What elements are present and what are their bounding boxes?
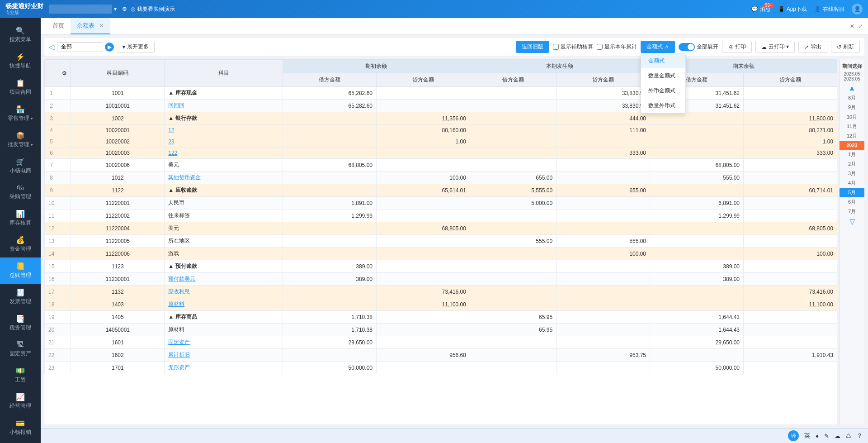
sidebar-item-assets[interactable]: 🏗 固定资产 [0, 336, 41, 362]
sidebar-item-basic[interactable]: ℹ 基础信息 [0, 441, 41, 443]
sidebar-item-salary[interactable]: 💵 工资 [0, 362, 41, 388]
bottom-help-icon[interactable]: ？ [857, 432, 863, 440]
row-name-cell: 人民币 [165, 197, 283, 210]
row-name-cell[interactable]: 固定资产 [165, 336, 283, 349]
sidebar-item-wholesale[interactable]: 📦 批发管理 ▾ [0, 127, 41, 153]
back-nav-icon[interactable]: ◁ [49, 43, 54, 51]
mode-option-amount[interactable]: 金额式 [641, 53, 685, 68]
show-sub-checkbox-label[interactable]: 显示辅助核算 [553, 43, 593, 51]
period-month-5[interactable]: 5月 [840, 188, 864, 197]
sidebar-item-tax[interactable]: 📑 税务管理 [0, 310, 41, 336]
period-month-6[interactable]: 6月 [840, 197, 864, 207]
row-open-debit-cell: 65,282.60 [283, 87, 377, 100]
sidebar-item-contract[interactable]: 📋 项目合同 [0, 74, 41, 100]
forward-nav-icon[interactable]: ▶ [105, 43, 114, 52]
row-open-debit-cell: 1,299.99 [283, 210, 377, 222]
expand-all-toggle[interactable] [679, 43, 695, 51]
period-month-1[interactable]: 1月 [840, 150, 864, 159]
bottom-lang-button[interactable]: 英 [804, 432, 810, 440]
app-download-button[interactable]: 📱 App下载 [778, 5, 807, 13]
row-cur-debit-cell [470, 148, 556, 159]
row-end-credit-cell: 1.00 [744, 136, 837, 148]
settings-header[interactable]: ⚙ [58, 60, 71, 87]
table-row: 11 11220002 往来标签 1,299.99 1,299.99 [45, 210, 837, 222]
row-end-credit-cell: 333.00 [744, 148, 837, 159]
row-name-cell[interactable]: 累计折旧 [165, 349, 283, 362]
row-num-cell: 20 [45, 324, 58, 336]
inner-content: ◁ ▶ ▾ 展开更多 退回旧版 显示辅助核算 [41, 34, 868, 428]
sidebar-item-ecommerce[interactable]: 🛒 小畅电商 [0, 153, 41, 179]
period-month-2[interactable]: 2月 [840, 159, 864, 169]
period-nav-down[interactable]: ▽ [849, 216, 856, 227]
period-month-8[interactable]: 8月 [840, 93, 864, 103]
row-cur-debit-cell [470, 112, 556, 125]
show-sub-checkbox[interactable] [553, 44, 559, 50]
chevron-down-icon[interactable]: ▾ [114, 6, 117, 12]
gear-icon[interactable]: ⚙ [122, 6, 127, 12]
sidebar-item-purchase[interactable]: 🛍 采购管理 [0, 179, 41, 205]
sidebar-item-management[interactable]: 📈 经营管理 [0, 388, 41, 414]
print-button[interactable]: 🖨 打印 [722, 41, 752, 53]
back-old-version-button[interactable]: 退回旧版 [516, 41, 549, 53]
cloud-print-button[interactable]: ☁ 云打印 ▾ [755, 41, 795, 53]
mode-option-quantity-foreign[interactable]: 数量外币式 [641, 98, 685, 113]
row-name-cell[interactable]: 无形资产 [165, 362, 283, 374]
export-button[interactable]: ↗ 导出 [798, 41, 827, 53]
sidebar-item-search[interactable]: 🔍 搜索菜单 [0, 22, 41, 48]
row-name-cell[interactable]: 23 [165, 136, 283, 148]
sidebar-item-ledger[interactable]: 📒 总账管理 [0, 257, 41, 284]
refresh-button[interactable]: ↺ 刷新 [831, 41, 860, 53]
sidebar-item-inventory[interactable]: 📊 库存核算 [0, 205, 41, 231]
show-year-checkbox-label[interactable]: 显示本年累计 [597, 43, 637, 51]
row-name-cell[interactable]: 12 [165, 125, 283, 136]
row-name-cell[interactable]: 预付款美元 [165, 273, 283, 286]
user-avatar[interactable]: 👤 [852, 4, 863, 14]
period-month-7[interactable]: 7月 [840, 207, 864, 216]
tab-close-balance[interactable]: ✕ [99, 22, 104, 29]
row-open-credit-cell [376, 235, 470, 248]
tab-balance[interactable]: 余额表 ✕ [71, 18, 110, 34]
sidebar-item-retail[interactable]: 🏪 零售管理 ▾ [0, 100, 41, 127]
tab-home[interactable]: 首页 [46, 18, 71, 34]
row-num-cell: 23 [45, 362, 58, 374]
bottom-sync-icon[interactable]: ♺ [846, 433, 851, 439]
expand-more-button[interactable]: ▾ 展开更多 [117, 41, 155, 53]
sidebar-item-quicknav[interactable]: ⚡ 快捷导航 [0, 48, 41, 74]
window-minimize-icon[interactable]: ✕ [850, 23, 854, 29]
account-search-input[interactable] [57, 42, 102, 52]
window-maximize-icon[interactable]: ⤢ [858, 23, 863, 29]
period-month-9[interactable]: 9月 [840, 103, 864, 112]
sidebar-item-funds[interactable]: 💰 资金管理 [0, 231, 41, 257]
period-month-3[interactable]: 3月 [840, 169, 864, 178]
row-cur-debit-cell [470, 273, 556, 286]
period-year-2023[interactable]: 2023 [840, 141, 864, 150]
row-name-cell[interactable]: 原材料 [165, 298, 283, 311]
mode-dropdown-button[interactable]: 金额式 ∧ [641, 41, 675, 53]
show-year-checkbox[interactable] [597, 44, 603, 50]
period-month-10[interactable]: 10月 [840, 112, 864, 122]
period-month-12[interactable]: 12月 [840, 131, 864, 141]
bottom-cloud-icon[interactable]: ☁ [835, 433, 840, 439]
sidebar-item-expense[interactable]: 💳 小畅报销 [0, 414, 41, 441]
period-month-11[interactable]: 11月 [840, 122, 864, 131]
bottom-translate-button[interactable]: 译 [788, 430, 799, 441]
mode-option-foreign-amount[interactable]: 外币金额式 [641, 83, 685, 98]
row-cur-credit-cell [557, 311, 650, 324]
mode-option-quantity-amount[interactable]: 数量金额式 [641, 68, 685, 83]
online-service-button[interactable]: 👤 在线客服 [814, 5, 844, 13]
row-name-cell[interactable]: 回回回 [165, 100, 283, 112]
notification-button[interactable]: 💬 消息 99+ [751, 5, 771, 13]
bottom-edit-icon[interactable]: ✎ [824, 433, 829, 439]
row-name-cell[interactable]: 其他货币资金 [165, 171, 283, 184]
row-name-cell[interactable]: 应收利息 [165, 286, 283, 298]
row-name-cell[interactable]: 122 [165, 148, 283, 159]
demo-link[interactable]: ◎ 我要看实例演示 [131, 5, 175, 13]
period-month-4[interactable]: 4月 [840, 178, 864, 188]
row-settings-cell [58, 125, 71, 136]
table-row: 5 10020002 23 1.00 1.00 [45, 136, 837, 148]
row-end-debit-cell: 555.00 [650, 171, 744, 184]
period-nav-up[interactable]: ▲ [848, 83, 857, 93]
search-input[interactable] [49, 5, 112, 14]
row-code-cell: 10010001 [71, 100, 165, 112]
sidebar-item-invoice[interactable]: 🧾 发票管理 [0, 284, 41, 310]
